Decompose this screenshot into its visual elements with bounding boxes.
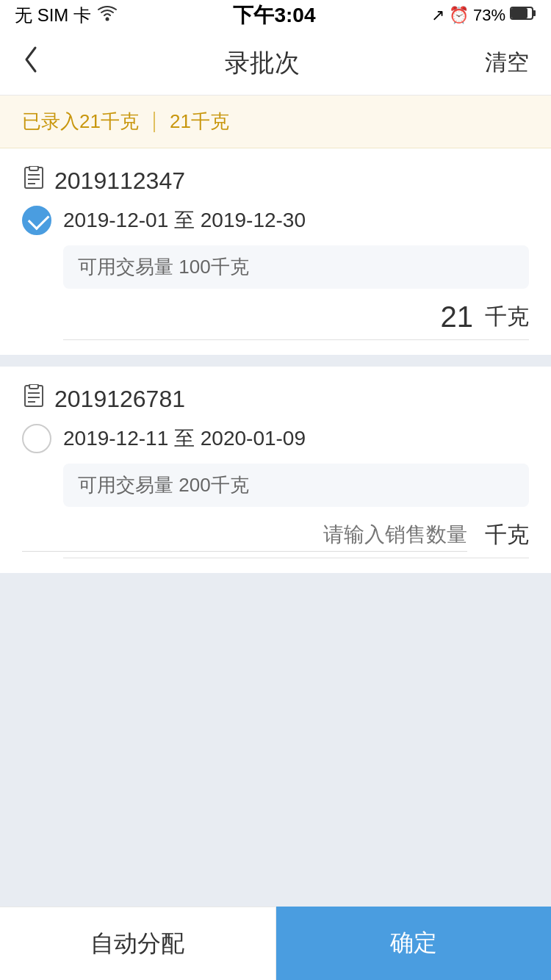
auto-distribute-button[interactable]: 自动分配 [0,907,276,980]
svg-rect-5 [29,166,38,170]
svg-rect-10 [29,384,38,389]
batch-icon-1 [22,166,46,195]
clear-button[interactable]: 清空 [485,48,529,78]
input-unit-2: 千克 [485,520,529,550]
batch-id-2: 2019126781 [54,386,185,413]
status-bar: 无 SIM 卡 下午3:04 ↗ ⏰ 73% [0,0,551,31]
batch-amount-unit-1: 千克 [485,302,529,332]
empty-area [0,585,551,907]
batch-available-2: 可用交易量 200千克 [63,464,529,507]
wifi-icon [97,5,118,26]
radio-button-2[interactable] [22,424,51,453]
alarm-icon: ⏰ [449,6,469,25]
scrollable-content: 2019112347 2019-12-01 至 2019-12-30 可用交易量… [0,148,551,980]
svg-point-0 [106,18,109,21]
banner-divider [154,112,155,132]
batch-amount-row-1: 21 千克 [22,289,529,339]
batch-date-row-1[interactable]: 2019-12-01 至 2019-12-30 [22,206,529,235]
recorded-label: 已录入21千克 [22,109,139,134]
status-left: 无 SIM 卡 [15,4,118,27]
info-banner: 已录入21千克 21千克 [0,96,551,148]
content-area: 2019112347 2019-12-01 至 2019-12-30 可用交易量… [0,148,551,585]
batch-icon-2 [22,384,46,414]
batch-available-1: 可用交易量 100千克 [63,245,529,289]
battery-percent: 73% [473,6,505,25]
location-icon: ↗ [431,6,444,25]
batch-date-2: 2019-12-11 至 2020-01-09 [63,425,306,453]
batch-date-1: 2019-12-01 至 2019-12-30 [63,206,306,234]
recorded-value: 21千克 [170,109,229,134]
sales-quantity-input[interactable] [22,519,467,551]
input-row-2: 千克 [22,507,529,558]
time-display: 下午3:04 [233,1,315,29]
section-divider-2 [0,573,551,585]
bottom-bar: 自动分配 确定 [0,907,551,980]
battery-icon [510,5,536,26]
batch-header-1: 2019112347 [22,166,529,195]
batch-item-2: 2019126781 2019-12-11 至 2020-01-09 可用交易量… [0,367,551,573]
batch-id-1: 2019112347 [54,167,185,195]
batch-divider-2 [63,558,529,558]
batch-item-1: 2019112347 2019-12-01 至 2019-12-30 可用交易量… [0,148,551,355]
batch-divider-1 [63,339,529,340]
page-title: 录批次 [225,46,300,80]
confirm-button[interactable]: 确定 [276,907,552,980]
svg-rect-3 [511,8,527,18]
carrier-text: 无 SIM 卡 [15,4,91,27]
status-right: ↗ ⏰ 73% [431,5,536,26]
batch-date-row-2[interactable]: 2019-12-11 至 2020-01-09 [22,424,529,453]
batch-header-2: 2019126781 [22,384,529,414]
nav-bar: 录批次 清空 [0,31,551,96]
batch-amount-value-1: 21 [441,300,474,334]
section-divider-1 [0,355,551,367]
back-button[interactable] [22,45,40,81]
svg-rect-2 [533,10,536,16]
radio-button-1[interactable] [22,206,51,235]
